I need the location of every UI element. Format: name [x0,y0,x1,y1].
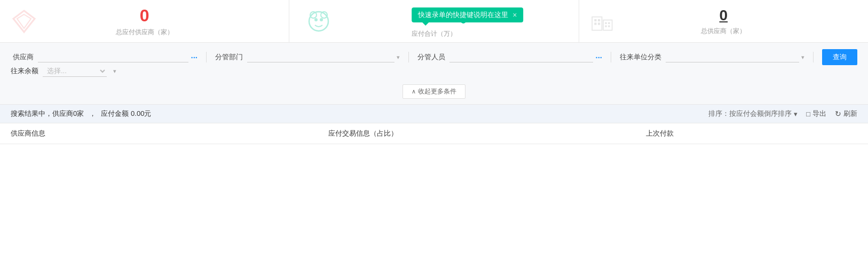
diamond-logo-icon [11,8,37,35]
results-amount: 应付金额 0.00元 [101,109,151,117]
sort-label: 排序：按应付会额倒序排序 [708,109,792,119]
unit-category-label: 往来单位分类 [620,52,661,62]
tooltip-text: 快速录单的快捷键说明在这里 [418,10,508,20]
refresh-button[interactable]: ↻ 刷新 [835,109,857,119]
buildings-icon [590,8,617,35]
sort-selector[interactable]: 排序：按应付会额倒序排序 ▾ [708,109,798,119]
collapse-label: 收起更多条件 [418,87,456,96]
unit-category-input[interactable] [666,52,799,62]
results-summary: 搜索结果中，供应商0家 ， 应付金额 0.00元 [11,109,151,119]
bear-icon [305,8,332,35]
svg-rect-10 [594,22,596,25]
department-input[interactable] [247,52,394,62]
filter-row-2: 往来余额 选择... ▾ [11,65,857,77]
collapse-bar: ∧ 收起更多条件 [11,82,857,104]
total-payable-value: 0 [116,5,173,26]
collapse-chevron-icon: ∧ [412,88,416,95]
department-label: 分管部门 [215,52,243,62]
svg-rect-11 [598,22,600,25]
manager-dots[interactable]: ··· [595,53,602,62]
total-suppliers-value: 0 [701,6,746,25]
stat-payable-total: 0.00 应付合计（万） 快速录单的快捷键说明在这里 × [289,0,579,42]
balance-label: 往来余额 [11,66,38,76]
manager-label: 分管人员 [417,52,445,62]
svg-rect-9 [598,19,600,21]
export-label: 导出 [812,109,826,119]
balance-select[interactable]: 选择... [43,65,107,77]
export-icon: □ [806,110,810,118]
tooltip-close-btn[interactable]: × [512,11,517,19]
export-button[interactable]: □ 导出 [806,109,826,119]
results-text: 搜索结果中，供应商0家 [11,109,84,117]
svg-rect-8 [594,19,596,21]
empty-content-area [0,144,868,275]
filter-row-1: 供应商 ··· 分管部门 ▾ 分管人员 ··· 往来单位分类 ▾ 查询 [11,49,857,65]
stats-bar: 0 总应付供应商（家） 0.00 应付合计（万） 快速录单的快捷键说明在这里 × [0,0,868,43]
filter-manager-section: 分管人员 ··· [409,52,611,62]
svg-point-2 [309,12,328,31]
results-bar: 搜索结果中，供应商0家 ， 应付金额 0.00元 排序：按应付会额倒序排序 ▾ … [0,105,868,123]
filter-unit-category-section: 往来单位分类 ▾ [611,52,814,62]
svg-rect-7 [592,17,602,30]
col-supplier-info: 供应商信息 [11,129,328,138]
supplier-input[interactable] [38,52,188,62]
unit-category-arrow[interactable]: ▾ [801,54,804,61]
results-actions: 排序：按应付会额倒序排序 ▾ □ 导出 ↻ 刷新 [708,109,857,119]
balance-arrow: ▾ [113,68,116,75]
svg-point-5 [314,18,318,21]
svg-rect-16 [608,25,610,27]
filter-department-section: 分管部门 ▾ [207,52,409,62]
svg-rect-13 [605,22,606,23]
sort-arrow-icon: ▾ [794,110,798,118]
tooltip-bubble: 快速录单的快捷键说明在这里 × [412,7,523,22]
refresh-label: 刷新 [843,109,857,119]
filter-supplier-section: 供应商 ··· [11,52,207,62]
query-button[interactable]: 查询 [822,49,857,65]
table-header: 供应商信息 应付交易信息（占比） 上次付款 [0,123,868,144]
collapse-button[interactable]: ∧ 收起更多条件 [403,84,465,99]
results-separator: ， [89,109,96,117]
manager-input[interactable] [449,52,593,62]
svg-rect-12 [603,20,612,30]
supplier-dots[interactable]: ··· [191,53,198,62]
total-suppliers-label: 总供应商（家） [701,27,746,36]
filters-bar: 供应商 ··· 分管部门 ▾ 分管人员 ··· 往来单位分类 ▾ 查询 往来余额 [0,43,868,105]
stat-total-payable-suppliers: 0 总应付供应商（家） [0,0,289,42]
stat-total-suppliers: 0 总供应商（家） [579,0,868,42]
supplier-label: 供应商 [13,52,34,62]
refresh-icon: ↻ [835,109,841,118]
department-arrow[interactable]: ▾ [397,54,400,61]
query-btn-wrapper: 查询 [814,49,857,65]
col-last-payment: 上次付款 [646,129,858,138]
payable-total-label: 应付合计（万） [412,29,456,38]
total-payable-label: 总应付供应商（家） [116,28,173,37]
svg-rect-15 [605,25,606,27]
col-transaction-info: 应付交易信息（占比） [328,129,646,138]
svg-point-6 [320,18,323,21]
svg-rect-14 [608,22,610,23]
